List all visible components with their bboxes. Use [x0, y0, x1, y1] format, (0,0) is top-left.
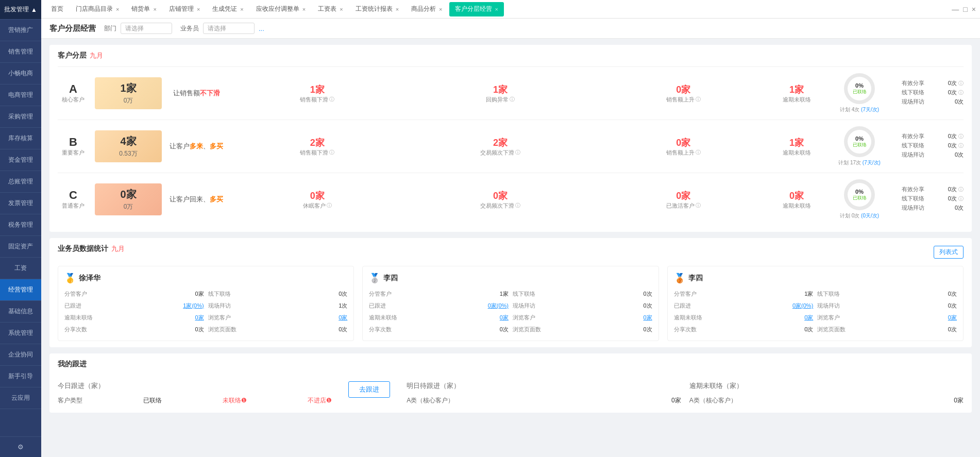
s-stat: 现场拜访0次: [817, 301, 957, 311]
dept-filter: 部门 请选择: [104, 23, 172, 34]
sidebar-item-xiaochang[interactable]: 小畅电商: [0, 63, 41, 84]
s-stat: 已跟进0家(0%): [674, 301, 814, 311]
close-icon[interactable]: ×: [153, 6, 156, 12]
sidebar-item-xinshou[interactable]: 新手引导: [0, 366, 41, 387]
sidebar-item-caigou[interactable]: 采购管理: [0, 106, 41, 128]
stat-sales-rise-a[interactable]: 0家 销售额上升 ⓘ: [597, 83, 770, 104]
sidebar-item-xitong[interactable]: 系统管理: [0, 323, 41, 344]
sidebar-item-gongzi[interactable]: 工资: [0, 258, 41, 279]
goto-follow-button[interactable]: 去跟进: [348, 381, 390, 398]
follow-overdue-label: 逾期未联络（家）: [689, 381, 964, 391]
sidebar-item-guzichan[interactable]: 固定资产: [0, 236, 41, 258]
page-title: 客户分层经营: [49, 24, 96, 33]
close-icon[interactable]: ×: [197, 6, 200, 12]
close-icon[interactable]: ×: [396, 6, 399, 12]
follow-header: 我的跟进: [58, 360, 964, 375]
close-icon[interactable]: ×: [495, 6, 498, 12]
tier-overdue-b[interactable]: 1家 逾期未联络: [776, 137, 817, 157]
tier-row-a: A 核心客户 1家 0万 让销售额不下滑 1家 销售额下滑 ⓘ 1家: [58, 66, 964, 120]
sidebar-item-yun[interactable]: 云应用: [0, 387, 41, 409]
tier-count-a[interactable]: 1家 0万: [95, 77, 162, 109]
stat-sales-drop-b[interactable]: 2家 销售额下滑 ⓘ: [231, 137, 403, 157]
s-stat: 分管客户1家: [674, 289, 814, 299]
salesman-name-0: 徐泽华: [79, 274, 100, 283]
close-icon[interactable]: ×: [302, 6, 306, 12]
close-window-icon[interactable]: ×: [972, 5, 976, 13]
s-stat: 线下联络0次: [513, 289, 652, 299]
tab-store-products[interactable]: 门店商品目录 ×: [70, 2, 125, 16]
sidebar-item-qiye[interactable]: 企业协同: [0, 344, 41, 366]
sidebar-item-kucun[interactable]: 库存核算: [0, 128, 41, 149]
tab-customer-tier[interactable]: 客户分层经营 ×: [449, 2, 504, 16]
tab-sales[interactable]: 销货单 ×: [126, 2, 162, 16]
stat-sales-rise-b[interactable]: 0家 销售额上升 ⓘ: [597, 137, 770, 157]
s-stat: 现场拜访0次: [513, 301, 652, 311]
tier-count-c[interactable]: 0家 0万: [95, 183, 162, 215]
tier-label-b: B 重要客户: [58, 137, 89, 157]
tier-action-a: 让销售额不下滑: [168, 89, 225, 98]
more-filters-btn[interactable]: ...: [259, 25, 264, 32]
salesman-grid: 🥇 徐泽华 分管客户0家 线下联络0次 已跟进1家(0%) 现场拜访1次 逾期未…: [58, 266, 964, 341]
tier-visit-b: 0% 已联络 计划 17次 (7天/次): [823, 126, 895, 166]
tab-home[interactable]: 首页: [45, 2, 69, 16]
tab-ap-adjust[interactable]: 应收应付调整单 ×: [250, 2, 311, 16]
tier-action-b: 让客户多来、多买: [168, 142, 225, 151]
stat-freq-drop-c[interactable]: 0家 交易频次下滑 ⓘ: [414, 190, 586, 210]
tier-visit-a: 0% 已联络 计划 4次 (7天/次): [823, 73, 895, 113]
close-icon[interactable]: ×: [116, 6, 119, 12]
stat-dormant-c[interactable]: 0家 休眠客户 ⓘ: [231, 190, 403, 210]
tab-shop-manage[interactable]: 店铺管理 ×: [163, 2, 206, 16]
follow-tomorrow-label: 明日待跟进（家）: [407, 381, 681, 391]
tab-product-analysis[interactable]: 商品分析 ×: [405, 2, 448, 16]
stat-freq-drop-b[interactable]: 2家 交易频次下滑 ⓘ: [414, 137, 586, 157]
s-stat: 线下联络0次: [817, 289, 957, 299]
tier-overdue-a[interactable]: 1家 逾期未联络: [776, 83, 817, 104]
salesman-select[interactable]: 请选择: [203, 23, 255, 34]
sidebar-toggle-icon: ▲: [31, 6, 37, 13]
medal-icon-0: 🥇: [64, 273, 76, 284]
customer-tier-section: 客户分层 九月 A 核心客户 1家 0万 让销售额不下滑 1家: [49, 45, 972, 232]
minimize-icon[interactable]: —: [952, 5, 959, 13]
sidebar-item-shuiwu[interactable]: 税务管理: [0, 214, 41, 236]
close-icon[interactable]: ×: [439, 6, 442, 12]
tab-payroll[interactable]: 工资表 ×: [312, 2, 348, 16]
sidebar-item-jichu[interactable]: 基础信息: [0, 301, 41, 323]
s-stat: 分管客户0家: [64, 289, 204, 299]
tab-payroll-report[interactable]: 工资统计报表 ×: [350, 2, 404, 16]
salesman-stats-1: 分管客户1家 线下联络0次 已跟进0家(0%) 现场拜访0次 逾期未联络0家 浏…: [369, 289, 652, 334]
dept-select[interactable]: 请选择: [121, 23, 172, 34]
close-icon[interactable]: ×: [240, 6, 243, 12]
tier-right-stats-b: 有效分享0次 ⓘ 线下联络0次 ⓘ 现场拜访0次: [902, 132, 964, 160]
sidebar-item-jingying[interactable]: 经营管理: [0, 279, 41, 301]
sidebar-item-fapiao[interactable]: 发票管理: [0, 193, 41, 214]
tier-count-b[interactable]: 4家 0.53万: [95, 130, 162, 162]
follow-today-label: 今日跟进（家）: [58, 381, 332, 391]
main-area: 首页 门店商品目录 × 销货单 × 店铺管理 × 生成凭证 × 应收应付调整单 …: [41, 0, 980, 457]
tier-row-b: B 重要客户 4家 0.53万 让客户多来、多买 2家 销售额下滑 ⓘ 2: [58, 120, 964, 173]
sidebar-header[interactable]: 批发管理 ▲: [0, 0, 41, 20]
s-stat: 浏览客户0家: [208, 313, 348, 323]
close-icon[interactable]: ×: [340, 6, 343, 12]
tier-stats-c: 0家 休眠客户 ⓘ 0家 交易频次下滑 ⓘ 0家 已激活客户 ⓘ: [231, 190, 770, 210]
sidebar-item-dianshanggL[interactable]: 电商管理: [0, 84, 41, 106]
maximize-icon[interactable]: □: [963, 5, 967, 13]
sidebar-item-zijin[interactable]: 资金管理: [0, 149, 41, 171]
stat-activated-c[interactable]: 0家 已激活客户 ⓘ: [597, 190, 770, 210]
sidebar-item-xiaoshou[interactable]: 销售管理: [0, 41, 41, 63]
customer-tier-title: 客户分层 九月: [58, 51, 964, 60]
tier-row-c: C 普通客户 0家 0万 让客户回来、多买 0家 休眠客户 ⓘ 0家: [58, 173, 964, 226]
dept-label: 部门: [104, 24, 116, 33]
tab-voucher[interactable]: 生成凭证 ×: [207, 2, 249, 16]
list-view-button[interactable]: 列表式: [934, 246, 964, 259]
sidebar-item-yingxiao[interactable]: 营销推广: [0, 20, 41, 41]
tier-right-stats-c: 有效分享0次 ⓘ 线下联络0次 ⓘ 现场拜访0次: [902, 185, 964, 213]
stat-sales-drop-a[interactable]: 1家 销售额下滑 ⓘ: [231, 83, 403, 104]
sidebar-item-zhangzhang[interactable]: 总账管理: [0, 171, 41, 193]
salesman-name-2: 李四: [688, 274, 703, 283]
biz-month-badge: 九月: [111, 244, 125, 253]
s-stat: 现场拜访1次: [208, 301, 348, 311]
settings-icon[interactable]: ⚙: [0, 436, 41, 457]
tier-overdue-c[interactable]: 0家 逾期未联络: [776, 190, 817, 210]
s-stat: 逾期未联络0家: [674, 313, 814, 323]
stat-repurchase-a[interactable]: 1家 回购异常 ⓘ: [414, 83, 586, 104]
